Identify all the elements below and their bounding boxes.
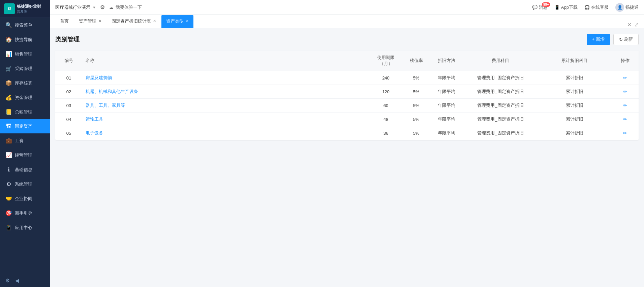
cell-residual: 5%	[403, 113, 430, 126]
content-area: 类别管理 + 新增 ↻ 刷新 编号 名称 使用期限（月） 残值率 折旧方法	[50, 28, 644, 287]
cell-id: 03	[55, 99, 82, 113]
handshake-icon: 🤝	[5, 195, 12, 202]
sidebar-item-sales[interactable]: 📊 销售管理	[0, 47, 50, 61]
topbar-settings-icon[interactable]: ⚙	[100, 4, 105, 10]
cell-id: 04	[55, 113, 82, 126]
messages-item[interactable]: 💬 消息 99+	[532, 4, 548, 10]
book-icon: 📒	[5, 109, 12, 115]
cell-period: 60	[369, 99, 403, 113]
cell-accum: 累计折旧	[538, 113, 612, 126]
cell-accum: 累计折旧	[538, 71, 612, 85]
refresh-button[interactable]: ↻ 刷新	[613, 34, 639, 45]
message-badge: 99+	[542, 2, 550, 7]
expand-tab-icon[interactable]: ⤢	[634, 22, 639, 28]
app-logo-text: 畅捷通好业财 普及版	[17, 4, 41, 14]
headset-icon: 🎧	[584, 5, 590, 10]
sidebar-item-basic-info[interactable]: ℹ 基础信息	[0, 162, 50, 177]
sidebar-item-operations[interactable]: 📈 经营管理	[0, 148, 50, 162]
col-header-method: 折旧方法	[430, 51, 463, 71]
settings-bottom-icon[interactable]: ⚙	[5, 278, 10, 284]
avatar: 👤	[615, 3, 624, 12]
topbar-left: 医疗器械行业演示 ▼ ⚙ ☁ 我要体验一下	[55, 4, 142, 10]
tab-close-depreciation[interactable]: ✕	[153, 19, 156, 23]
sidebar-item-quick-nav[interactable]: 🏠 快捷导航	[0, 32, 50, 47]
user-item[interactable]: 👤 畅捷通	[615, 3, 639, 12]
chart-icon: 📊	[5, 51, 12, 57]
sidebar-item-finance[interactable]: 💰 资金管理	[0, 90, 50, 105]
edit-icon[interactable]: ✏	[623, 103, 627, 108]
project-selector[interactable]: 医疗器械行业演示 ▼	[55, 4, 96, 10]
sidebar-nav: 🔍 搜索菜单 🏠 快捷导航 📊 销售管理 🛒 采购管理 📦 库存核算 💰 资金管…	[0, 18, 50, 274]
col-header-ops: 操作	[612, 51, 639, 71]
tabsbar: 首页 资产管理 ✕ 固定资产折旧统计表 ✕ 资产类型 ✕ ✕ ⤢	[50, 15, 644, 28]
online-support-item[interactable]: 🎧 在线客服	[584, 4, 609, 10]
col-header-expense: 费用科目	[463, 51, 538, 71]
cart-icon: 🛒	[5, 65, 12, 72]
cloud-experience-icon: ☁	[109, 5, 114, 10]
sidebar-item-ledger[interactable]: 📒 总账管理	[0, 105, 50, 119]
cell-expense: 管理费用_固定资产折旧	[463, 113, 538, 126]
page-title: 类别管理	[55, 35, 80, 43]
new-button[interactable]: + 新增	[587, 34, 610, 45]
project-name: 医疗器械行业演示	[55, 4, 90, 10]
edit-icon[interactable]: ✏	[623, 117, 627, 122]
cell-period: 120	[369, 85, 403, 99]
col-header-accum: 累计折旧科目	[538, 51, 612, 71]
sidebar-logo: 财 畅捷通好业财 普及版	[0, 0, 50, 18]
cell-ops: ✏	[612, 71, 639, 85]
tabsbar-actions: ✕ ⤢	[627, 22, 639, 28]
col-header-name: 名称	[82, 51, 369, 71]
cell-period: 240	[369, 71, 403, 85]
tab-asset-type[interactable]: 资产类型 ✕	[161, 15, 193, 28]
experience-button[interactable]: ☁ 我要体验一下	[109, 4, 142, 10]
briefcase-icon: 💼	[5, 137, 12, 144]
cell-accum: 累计折旧	[538, 85, 612, 99]
sidebar-item-app-center[interactable]: 📱 应用中心	[0, 220, 50, 235]
main-content: 医疗器械行业演示 ▼ ⚙ ☁ 我要体验一下 💬 消息 99+ 📱 App下载 🎧…	[50, 0, 644, 287]
page-header: 类别管理 + 新增 ↻ 刷新	[55, 34, 639, 45]
table-body: 01 房屋及建筑物 240 5% 年限平均 管理费用_固定资产折旧 累计折旧 ✏…	[55, 71, 639, 140]
sidebar-item-enterprise[interactable]: 🤝 企业协同	[0, 191, 50, 206]
sidebar-item-search[interactable]: 🔍 搜索菜单	[0, 18, 50, 32]
cell-method: 年限平均	[430, 126, 463, 140]
sidebar-item-inventory[interactable]: 📦 库存核算	[0, 76, 50, 90]
sidebar-item-guide[interactable]: 🎯 新手引导	[0, 206, 50, 220]
cell-accum: 累计折旧	[538, 126, 612, 140]
sidebar: 财 畅捷通好业财 普及版 🔍 搜索菜单 🏠 快捷导航 📊 销售管理 🛒 采购管理…	[0, 0, 50, 287]
refresh-icon: ↻	[619, 37, 623, 42]
project-dropdown-arrow: ▼	[92, 5, 96, 9]
cell-ops: ✏	[612, 113, 639, 126]
tab-close-asset-type[interactable]: ✕	[186, 19, 189, 23]
cell-ops: ✏	[612, 99, 639, 113]
sidebar-item-salary[interactable]: 💼 工资	[0, 133, 50, 148]
cell-method: 年限平均	[430, 99, 463, 113]
tab-close-asset-mgmt[interactable]: ✕	[98, 19, 101, 23]
cell-name: 电子设备	[82, 126, 369, 140]
table-row: 03 器具、工具、家具等 60 5% 年限平均 管理费用_固定资产折旧 累计折旧…	[55, 99, 639, 113]
cell-name: 运输工具	[82, 113, 369, 126]
app-download-item[interactable]: 📱 App下载	[554, 4, 578, 10]
table-row: 04 运输工具 48 5% 年限平均 管理费用_固定资产折旧 累计折旧 ✏	[55, 113, 639, 126]
sidebar-item-fixed-assets[interactable]: 🏗 固定资产	[0, 119, 50, 133]
cell-expense: 管理费用_固定资产折旧	[463, 85, 538, 99]
edit-icon[interactable]: ✏	[623, 89, 627, 94]
gear-icon: ⚙	[5, 181, 12, 187]
tab-asset-mgmt[interactable]: 资产管理 ✕	[74, 15, 106, 28]
edit-icon[interactable]: ✏	[623, 75, 627, 81]
building-icon: 🏗	[5, 123, 12, 129]
tab-depreciation-stats[interactable]: 固定资产折旧统计表 ✕	[107, 15, 161, 28]
collapse-icon[interactable]: ◀	[15, 278, 19, 284]
tab-home[interactable]: 首页	[55, 15, 73, 28]
cell-residual: 5%	[403, 85, 430, 99]
cell-period: 48	[369, 113, 403, 126]
close-tab-icon[interactable]: ✕	[627, 22, 632, 28]
cell-name: 房屋及建筑物	[82, 71, 369, 85]
sidebar-item-system[interactable]: ⚙ 系统管理	[0, 177, 50, 191]
user-avatar-icon: 👤	[617, 5, 622, 10]
mobile-icon: 📱	[5, 224, 12, 231]
sidebar-item-purchase[interactable]: 🛒 采购管理	[0, 61, 50, 76]
col-header-residual: 残值率	[403, 51, 430, 71]
message-icon: 💬	[532, 5, 538, 10]
topbar-right: 💬 消息 99+ 📱 App下载 🎧 在线客服 👤 畅捷通	[532, 3, 639, 12]
edit-icon[interactable]: ✏	[623, 130, 627, 136]
